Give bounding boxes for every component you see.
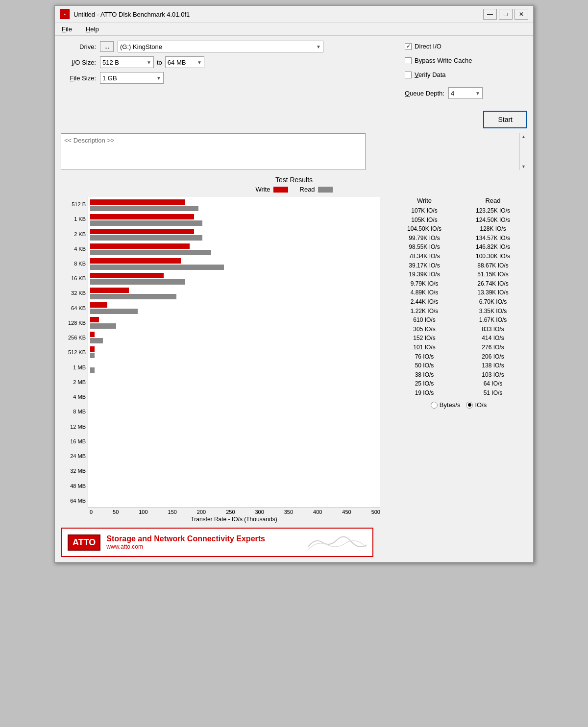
y-label: 48 MB — [61, 479, 86, 493]
io-range: 512 B ▼ to 64 MB ▼ — [100, 56, 204, 68]
x-tick: 100 — [139, 509, 147, 515]
legend-write: Write — [255, 186, 288, 193]
bypass-write-cache-row: Bypass Write Cache — [405, 57, 527, 64]
bar-read — [90, 309, 138, 314]
y-label: 32 KB — [61, 286, 86, 301]
write-cell: 107K IO/s — [395, 206, 454, 216]
chart-container: 512 B1 KB2 KB4 KB8 KB16 KB32 KB64 KB128 … — [61, 197, 380, 508]
io-size-label: I/O Size: — [61, 59, 96, 66]
file-size-arrow: ▼ — [156, 75, 161, 81]
settings-left: Drive: ... (G:) KingStone ▼ I/O Size: 51… — [61, 41, 395, 128]
table-row: 19.39K IO/s51.15K IO/s — [390, 270, 527, 279]
write-cell: 105K IO/s — [395, 216, 454, 225]
queue-depth-arrow: ▼ — [475, 91, 480, 96]
bar-group — [90, 477, 378, 492]
queue-depth-dropdown[interactable]: 4 ▼ — [448, 87, 483, 99]
start-button[interactable]: Start — [483, 111, 527, 128]
y-label: 64 KB — [61, 301, 86, 315]
drive-row: Drive: ... (G:) KingStone ▼ — [61, 41, 395, 52]
read-cell: 833 IO/s — [464, 325, 522, 334]
bar-group — [90, 462, 378, 477]
bypass-write-cache-label: Bypass Write Cache — [415, 57, 472, 64]
bar-read — [90, 206, 198, 211]
chart-and-data: 512 B1 KB2 KB4 KB8 KB16 KB32 KB64 KB128 … — [61, 197, 527, 523]
scroll-down-arrow[interactable]: ▼ — [521, 164, 526, 169]
description-scrollbar[interactable]: ▲ ▼ — [519, 133, 527, 170]
io-separator: to — [157, 59, 162, 66]
direct-io-checkbox[interactable]: ✓ — [405, 43, 412, 50]
chart-area: 512 B1 KB2 KB4 KB8 KB16 KB32 KB64 KB128 … — [61, 197, 380, 523]
ios-radio[interactable]: IO/s — [466, 401, 487, 409]
drive-dropdown[interactable]: (G:) KingStone ▼ — [118, 41, 323, 52]
table-row: 107K IO/s123.25K IO/s — [390, 206, 527, 216]
io-to-value: 64 MB — [168, 59, 186, 66]
bytes-radio-circle[interactable] — [431, 402, 438, 409]
queue-depth-value: 4 — [451, 90, 454, 97]
atto-url: www.atto.com — [106, 543, 302, 550]
bar-read — [90, 353, 95, 358]
data-table: Write Read 107K IO/s123.25K IO/s105K IO/… — [390, 197, 527, 523]
bar-read — [90, 323, 116, 329]
results-section: Test Results Write Read 512 B1 — [61, 176, 527, 523]
y-label: 2 KB — [61, 227, 86, 242]
write-cell: 78.34K IO/s — [395, 252, 454, 261]
bar-group — [90, 198, 378, 213]
bypass-write-cache-checkbox[interactable] — [405, 57, 412, 64]
bar-group — [90, 389, 378, 404]
bar-group — [90, 301, 378, 315]
table-row: 610 IO/s1.67K IO/s — [390, 315, 527, 325]
y-label: 256 KB — [61, 330, 86, 345]
ios-radio-circle[interactable] — [466, 402, 473, 409]
bar-group — [90, 360, 378, 374]
drive-value: (G:) KingStone — [120, 43, 162, 50]
ios-radio-dot — [468, 403, 471, 407]
bytes-radio[interactable]: Bytes/s — [431, 401, 461, 409]
main-window: ▪ Untitled - ATTO Disk Benchmark 4.01.0f… — [54, 5, 534, 563]
scroll-up-arrow[interactable]: ▲ — [521, 134, 526, 139]
write-cell: 9.79K IO/s — [395, 279, 454, 289]
app-icon: ▪ — [60, 9, 70, 19]
io-size-row: I/O Size: 512 B ▼ to 64 MB ▼ — [61, 56, 395, 68]
bar-group — [90, 286, 378, 301]
description-placeholder: << Description >> — [64, 137, 115, 144]
table-row: 101 IO/s276 IO/s — [390, 343, 527, 352]
bar-read — [90, 367, 95, 373]
bar-group — [90, 315, 378, 330]
verify-data-checkbox[interactable] — [405, 72, 412, 78]
atto-tagline-text: Storage and Network Connectivity Experts — [106, 534, 302, 543]
write-cell: 99.79K IO/s — [395, 234, 454, 243]
queue-depth-label: Queue Depth: — [405, 90, 444, 97]
browse-button[interactable]: ... — [100, 41, 114, 52]
write-cell: 4.89K IO/s — [395, 288, 454, 297]
bar-write — [90, 288, 129, 293]
file-size-dropdown[interactable]: 1 GB ▼ — [100, 72, 164, 84]
read-cell: 26.74K IO/s — [464, 279, 522, 289]
menu-help[interactable]: Help — [83, 24, 102, 34]
bar-write — [90, 214, 194, 219]
write-cell: 101 IO/s — [395, 343, 454, 352]
x-tick: 250 — [226, 509, 235, 515]
maximize-button[interactable]: □ — [499, 9, 513, 20]
read-cell: 128K IO/s — [464, 224, 522, 234]
table-row: 19 IO/s51 IO/s — [390, 388, 527, 398]
io-from-dropdown[interactable]: 512 B ▼ — [100, 56, 154, 68]
read-cell: 146.82K IO/s — [464, 242, 522, 252]
read-cell: 124.50K IO/s — [464, 216, 522, 225]
bar-read — [90, 235, 202, 241]
bar-group — [90, 433, 378, 448]
legend-read-label: Read — [300, 186, 315, 193]
bar-group — [90, 374, 378, 389]
read-cell: 138 IO/s — [464, 361, 522, 370]
file-size-label: File Size: — [61, 74, 96, 82]
title-bar: ▪ Untitled - ATTO Disk Benchmark 4.01.0f… — [55, 6, 533, 23]
bar-group — [90, 242, 378, 257]
data-rows: 107K IO/s123.25K IO/s105K IO/s124.50K IO… — [390, 206, 527, 397]
io-to-dropdown[interactable]: 64 MB ▼ — [165, 56, 204, 68]
y-label: 32 MB — [61, 463, 86, 478]
table-row: 105K IO/s124.50K IO/s — [390, 216, 527, 225]
bar-group — [90, 404, 378, 418]
minimize-button[interactable]: — — [483, 9, 497, 20]
close-button[interactable]: ✕ — [514, 9, 528, 20]
menu-file[interactable]: File — [59, 24, 75, 34]
read-cell: 103 IO/s — [464, 370, 522, 380]
